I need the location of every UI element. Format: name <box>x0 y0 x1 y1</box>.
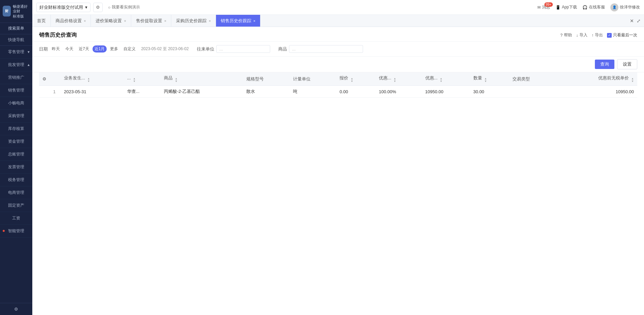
date-last7-btn[interactable]: 近7天 <box>77 45 91 53</box>
sidebar-settings-button[interactable]: ⚙ <box>0 303 32 315</box>
cell-row-num: 1 <box>50 86 61 98</box>
online-service-button[interactable]: 🎧 在线客服 <box>582 4 605 10</box>
source-unit-select[interactable]: ... <box>216 45 270 53</box>
tab-purchase-history[interactable]: 采购历史价跟踪 × <box>171 15 216 27</box>
sidebar-item-smart-mgmt[interactable]: 智能管理 <box>0 225 32 238</box>
checkbox-checked-icon: ✓ <box>607 33 612 38</box>
date-range-display: 2023-05-02 至 2023-06-02 <box>141 46 188 52</box>
page-title: 销售历史价查询 <box>39 32 77 39</box>
sidebar-item-label: 税务管理 <box>8 177 24 183</box>
date-yesterday-btn[interactable]: 昨天 <box>50 45 62 53</box>
product-value: ... <box>292 46 296 51</box>
cell-settings <box>39 86 50 98</box>
col-more[interactable]: ... ▲▼ <box>124 72 161 86</box>
tab-close-icon[interactable]: × <box>124 19 126 23</box>
sidebar-item-label: 总账管理 <box>8 151 24 157</box>
help-button[interactable]: ? 帮助 <box>560 32 572 38</box>
sidebar-item-ledger[interactable]: 总账管理 <box>0 148 32 161</box>
app-download-button[interactable]: 📱 App下载 <box>556 4 577 10</box>
tab-purchase-strategy[interactable]: 进价策略设置 × <box>91 15 131 27</box>
import-button[interactable]: ↓ 导入 <box>576 32 587 38</box>
sidebar-item-wholesale[interactable]: 批发管理 ▲ <box>0 59 32 71</box>
sidebar-item-marketing[interactable]: 营销推广 <box>0 71 32 84</box>
col-pretax-price[interactable]: 优惠前无税单价 ▲▼ <box>556 72 637 86</box>
tab-close-icon[interactable]: × <box>164 19 166 23</box>
tab-label: 首页 <box>37 18 46 24</box>
messages-button[interactable]: ✉ 消息 99+ <box>537 4 550 10</box>
source-unit-value: ... <box>219 46 223 51</box>
cell-business-date: 2023-05-31 <box>61 86 124 98</box>
chevron-down-icon: ▾ <box>85 5 87 10</box>
title-selector[interactable]: 好业财标准版交付试用 ▾ <box>36 3 91 12</box>
sidebar-quick-nav[interactable]: 快捷导航 <box>0 34 32 46</box>
col-list-price[interactable]: 报价 ▲▼ <box>336 72 375 86</box>
date-today-btn[interactable]: 今天 <box>63 45 75 53</box>
sidebar-item-purchase[interactable]: 采购管理 <box>0 110 32 123</box>
sidebar-item-tax[interactable]: 税务管理 <box>0 174 32 186</box>
col-spec: 规格型号 <box>243 72 290 86</box>
sidebar-item-ecommerce[interactable]: 电商管理 <box>0 186 32 199</box>
close-window-icon[interactable]: ✕ <box>630 18 634 24</box>
cell-discount1: 100.00% <box>375 86 422 98</box>
date-last1month-btn[interactable]: 近1月 <box>93 45 107 53</box>
tab-label: 销售历史价跟踪 <box>221 18 251 24</box>
import-label: 导入 <box>579 32 587 38</box>
tab-label: 商品价格设置 <box>56 18 82 24</box>
col-row-num <box>50 72 61 86</box>
sidebar-item-label: 小畅电商 <box>8 100 24 106</box>
date-custom-btn[interactable]: 自定义 <box>121 45 138 53</box>
date-more-btn[interactable]: 更多 <box>108 45 120 53</box>
col-settings[interactable]: ⚙ <box>39 72 50 86</box>
demo-icon: ○ <box>108 5 110 10</box>
table-body: 1 2023-05-31 华查... 丙烯酸-2-乙基己酯 散水 吨 0.00 … <box>39 86 637 98</box>
tab-sales-history[interactable]: 销售历史价跟踪 × <box>216 15 260 27</box>
export-label: 导出 <box>595 32 603 38</box>
tab-price-extract[interactable]: 售价提取设置 × <box>131 15 171 27</box>
query-button[interactable]: 查询 <box>595 60 614 69</box>
sidebar-item-label: 资金管理 <box>8 139 24 144</box>
demo-link[interactable]: ○ 我要看实例演示 <box>108 4 140 10</box>
product-label: 商品 <box>278 46 287 52</box>
sidebar-item-label: 营销推广 <box>8 75 24 80</box>
tab-label: 进价策略设置 <box>96 18 122 24</box>
sidebar-item-label: 发票管理 <box>8 164 24 170</box>
settings-icon: ⚙ <box>42 76 46 81</box>
help-icon: ? <box>560 33 563 38</box>
app-download-label: App下载 <box>562 4 577 10</box>
tab-price-setting[interactable]: 商品价格设置 × <box>51 15 91 27</box>
sidebar-item-retail[interactable]: 零售管理 ▼ <box>0 46 32 59</box>
topbar: 好业财标准版交付试用 ▾ ⚙ ○ 我要看实例演示 ✉ 消息 99+ 📱 App下… <box>32 0 644 15</box>
page-header: 销售历史价查询 ? 帮助 ↓ 导入 ↑ 导出 ✓ 只看最后一次 <box>32 27 644 42</box>
user-menu[interactable]: 👤 徐泽华修改 <box>610 3 640 11</box>
col-business-date[interactable]: 业务发生... ▲▼ <box>61 72 124 86</box>
tab-close-icon[interactable]: × <box>253 19 255 23</box>
col-quantity[interactable]: 数量 ▲▼ <box>470 72 509 86</box>
logo-text: 畅捷通好业财 标准版 <box>13 4 30 19</box>
sidebar-item-finance[interactable]: 资金管理 <box>0 135 32 148</box>
date-filter-group: 日期 昨天 今天 近7天 近1月 更多 自定义 2023-05-02 至 202… <box>39 45 189 53</box>
sidebar-item-inventory[interactable]: 库存核算 <box>0 123 32 135</box>
sidebar-item-invoice[interactable]: 发票管理 <box>0 161 32 174</box>
source-unit-filter-group: 往来单位 ... <box>197 45 270 53</box>
settings-button[interactable]: 设置 <box>617 59 637 69</box>
sidebar-item-ecommerce-small[interactable]: 小畅电商 <box>0 97 32 110</box>
col-discount1[interactable]: 优惠... ▲▼ <box>375 72 422 86</box>
col-product[interactable]: 商品 ▲▼ <box>160 72 243 86</box>
only-last-checkbox[interactable]: ✓ 只看最后一次 <box>607 32 637 38</box>
topbar-settings-button[interactable]: ⚙ <box>93 3 103 12</box>
data-table: ⚙ 业务发生... ▲▼ ... ▲▼ 商品 ▲▼ <box>39 72 637 98</box>
avatar: 👤 <box>610 3 618 11</box>
cell-more: 华查... <box>124 86 161 98</box>
sidebar-item-sales[interactable]: 销售管理 <box>0 84 32 97</box>
tab-close-icon[interactable]: × <box>84 19 86 23</box>
sidebar-search[interactable]: 搜索菜单 <box>0 23 32 34</box>
export-button[interactable]: ↑ 导出 <box>592 32 603 38</box>
tab-close-icon[interactable]: × <box>209 19 211 23</box>
cell-unit: 吨 <box>290 86 336 98</box>
tab-home[interactable]: 首页 <box>32 15 51 27</box>
restore-window-icon[interactable]: ⤢ <box>637 18 641 24</box>
sidebar-item-fixed-assets[interactable]: 固定资产 <box>0 199 32 212</box>
col-discount2[interactable]: 优惠... ▲▼ <box>422 72 470 86</box>
sidebar-item-salary[interactable]: 工资 <box>0 212 32 225</box>
product-select[interactable]: ... <box>289 45 363 53</box>
